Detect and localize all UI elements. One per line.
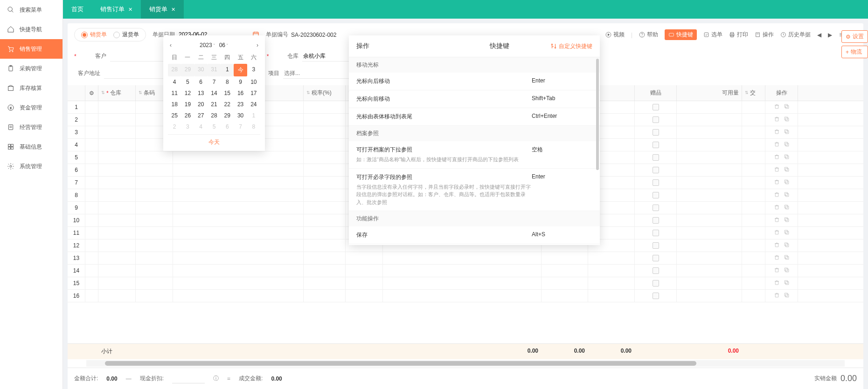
print-link[interactable]: 打印: [729, 31, 748, 39]
gift-checkbox[interactable]: [653, 205, 659, 211]
copy-row-icon[interactable]: [784, 204, 790, 212]
logistics-button[interactable]: + 物流: [841, 46, 868, 58]
calendar-day[interactable]: 3: [247, 64, 260, 76]
calendar-day[interactable]: 16: [234, 88, 247, 99]
calendar-day[interactable]: 19: [181, 99, 194, 110]
sidebar-item-search[interactable]: 搜索菜单: [0, 0, 62, 20]
calendar-day[interactable]: 26: [181, 110, 194, 121]
next-button[interactable]: ▶: [828, 32, 832, 38]
gift-checkbox[interactable]: [653, 217, 659, 224]
prev-month-button[interactable]: ‹: [170, 42, 172, 48]
calendar-day[interactable]: 27: [194, 110, 208, 121]
delete-row-icon[interactable]: [774, 267, 780, 274]
video-link[interactable]: 视频: [605, 31, 625, 39]
calendar-day[interactable]: 5: [181, 76, 194, 88]
calendar-day[interactable]: 5: [208, 121, 221, 132]
cash-discount-input[interactable]: [172, 374, 205, 383]
copy-row-icon[interactable]: [784, 166, 790, 174]
copy-row-icon[interactable]: [784, 129, 790, 136]
calendar-day[interactable]: 17: [247, 88, 260, 99]
calendar-day[interactable]: 29: [221, 110, 234, 121]
gift-checkbox[interactable]: [653, 242, 659, 249]
calendar-day[interactable]: 2: [168, 121, 181, 132]
calendar-day[interactable]: 8: [247, 121, 260, 132]
radio-return[interactable]: 退货单: [113, 31, 139, 39]
gift-checkbox[interactable]: [653, 293, 659, 299]
calendar-day[interactable]: 1: [221, 64, 234, 76]
col-delivery[interactable]: ⇅交: [742, 85, 765, 101]
operate-link[interactable]: 操作: [755, 31, 774, 39]
calendar-day[interactable]: 25: [168, 110, 181, 121]
calendar-day[interactable]: 14: [208, 88, 221, 99]
calendar-day[interactable]: 10: [247, 76, 260, 88]
calendar-day[interactable]: 29: [181, 64, 194, 76]
calendar-day[interactable]: 30: [194, 64, 208, 76]
calendar-day[interactable]: 7: [234, 121, 247, 132]
sidebar-item-purchase[interactable]: 采购管理: [0, 59, 62, 78]
copy-row-icon[interactable]: [784, 103, 790, 111]
gift-checkbox[interactable]: [653, 280, 659, 287]
col-warehouse[interactable]: ⇅*仓库: [98, 85, 136, 101]
calendar-day[interactable]: 4: [194, 121, 208, 132]
calendar-day[interactable]: 1: [247, 110, 260, 121]
gift-checkbox[interactable]: [653, 179, 659, 186]
horizontal-scrollbar[interactable]: [86, 360, 845, 367]
radio-sales[interactable]: 销货单: [81, 31, 107, 39]
delete-row-icon[interactable]: [774, 280, 780, 287]
calendar-day[interactable]: 22: [221, 99, 234, 110]
delete-row-icon[interactable]: [774, 166, 780, 174]
gift-checkbox[interactable]: [653, 116, 659, 123]
copy-row-icon[interactable]: [784, 116, 790, 123]
calendar-day[interactable]: 8: [221, 76, 234, 88]
today-button[interactable]: 今天: [168, 134, 260, 148]
delete-row-icon[interactable]: [774, 103, 780, 111]
custom-shortcut-link[interactable]: 自定义快捷键: [550, 42, 592, 50]
sidebar-item-business[interactable]: 经营管理: [0, 117, 62, 137]
sidebar-item-sales[interactable]: 销售管理: [0, 39, 62, 59]
col-available[interactable]: 可用量: [677, 85, 742, 101]
calendar-day[interactable]: 4: [168, 76, 181, 88]
gift-checkbox[interactable]: [653, 167, 659, 173]
calendar-day[interactable]: 9: [234, 76, 247, 88]
calendar-day[interactable]: 今: [234, 64, 247, 76]
settings-column-icon[interactable]: ⚙: [85, 85, 98, 101]
copy-row-icon[interactable]: [784, 280, 790, 287]
history-link[interactable]: 历史单据: [780, 31, 811, 39]
gift-checkbox[interactable]: [653, 255, 659, 261]
table-row[interactable]: 15: [68, 277, 863, 290]
gift-checkbox[interactable]: [653, 230, 659, 236]
delete-row-icon[interactable]: [774, 229, 780, 237]
gift-checkbox[interactable]: [653, 154, 659, 161]
calendar-day[interactable]: 15: [221, 88, 234, 99]
delete-row-icon[interactable]: [774, 141, 780, 149]
month-selector[interactable]: 06: [219, 42, 229, 48]
copy-row-icon[interactable]: [784, 179, 790, 186]
gift-checkbox[interactable]: [653, 142, 659, 148]
delete-row-icon[interactable]: [774, 154, 780, 161]
col-taxrate[interactable]: ⇅税率(%): [304, 85, 346, 101]
delete-row-icon[interactable]: [774, 191, 780, 199]
table-row[interactable]: 13: [68, 252, 863, 265]
help-icon[interactable]: ⓘ: [213, 375, 219, 382]
copy-row-icon[interactable]: [784, 254, 790, 262]
calendar-day[interactable]: 28: [168, 64, 181, 76]
calendar-day[interactable]: 6: [221, 121, 234, 132]
calendar-day[interactable]: 24: [247, 99, 260, 110]
gift-checkbox[interactable]: [653, 267, 659, 274]
delete-row-icon[interactable]: [774, 116, 780, 123]
delete-row-icon[interactable]: [774, 242, 780, 249]
calendar-day[interactable]: 28: [208, 110, 221, 121]
copy-row-icon[interactable]: [784, 229, 790, 237]
calendar-day[interactable]: 6: [194, 76, 208, 88]
sidebar-item-basic[interactable]: 基础信息: [0, 137, 62, 157]
delete-row-icon[interactable]: [774, 129, 780, 136]
scrollbar[interactable]: [596, 59, 599, 244]
tab-sales-order[interactable]: 销售订单✕: [92, 0, 141, 19]
table-row[interactable]: 14: [68, 265, 863, 277]
calendar-day[interactable]: 23: [234, 99, 247, 110]
copy-row-icon[interactable]: [784, 292, 790, 300]
delete-row-icon[interactable]: [774, 292, 780, 300]
delete-row-icon[interactable]: [774, 204, 780, 212]
copy-row-icon[interactable]: [784, 242, 790, 249]
delete-row-icon[interactable]: [774, 217, 780, 224]
